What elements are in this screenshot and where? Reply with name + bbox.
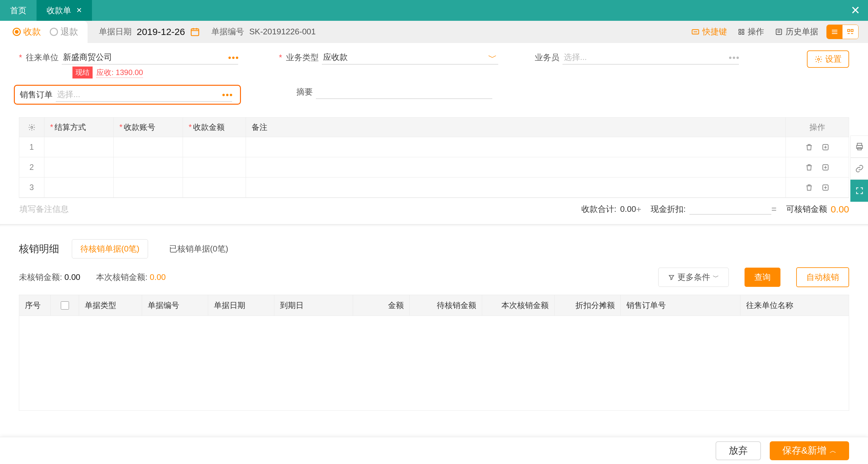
side-link-button[interactable]	[850, 157, 868, 180]
vcol-disc: 折扣分摊额	[555, 295, 621, 316]
cell-method[interactable]	[44, 177, 114, 197]
verify-grid-header: 序号 单据类型 单据编号 单据日期 到期日 金额 待核销金额 本次核销金额 折扣…	[19, 295, 849, 316]
grid-row[interactable]: 1	[19, 137, 849, 157]
vcol-checkbox[interactable]	[51, 295, 79, 316]
discount-input[interactable]	[689, 204, 771, 215]
cell-remark[interactable]	[246, 137, 786, 157]
col-settings[interactable]	[19, 118, 44, 137]
bill-remark-input[interactable]	[19, 204, 208, 214]
cell-remark[interactable]	[246, 177, 786, 197]
link-operations[interactable]: 操作	[738, 26, 764, 37]
cell-account[interactable]	[114, 177, 183, 197]
col-remark: 备注	[246, 118, 786, 137]
cell-amount[interactable]	[183, 137, 246, 157]
row-index: 1	[19, 137, 44, 157]
svg-rect-7	[847, 29, 850, 31]
writeoff-value: 0.00	[831, 204, 849, 215]
view-mode-list[interactable]	[827, 25, 842, 39]
tab-receipt[interactable]: 收款单 ✕	[36, 0, 92, 21]
vcol-this-amt: 本次核销金额	[482, 295, 555, 316]
radio-receive[interactable]: 收款	[12, 26, 41, 38]
verify-tab-pending[interactable]: 待核销单据(0笔)	[72, 239, 148, 259]
settings-button[interactable]: 设置	[807, 51, 849, 68]
col-account: *收款账号	[114, 118, 183, 137]
gear-icon	[814, 55, 823, 63]
sales-order-input[interactable]	[56, 88, 232, 102]
close-icon[interactable]: ✕	[76, 7, 82, 14]
svg-point-10	[31, 126, 33, 128]
link-shortcut[interactable]: 快捷键	[691, 26, 727, 37]
delete-row-icon[interactable]	[805, 143, 813, 151]
receivable-link[interactable]: 应收: 1390.00	[96, 67, 143, 78]
footer-bar: 放弃 保存&新增 ︿	[0, 437, 868, 464]
add-row-icon[interactable]	[822, 163, 830, 172]
window-close-button[interactable]: ✕	[843, 0, 868, 21]
svg-point-9	[817, 58, 820, 60]
view-mode-grid[interactable]	[842, 25, 858, 39]
expand-icon	[855, 186, 864, 195]
receipt-type-radio-group: 收款 退款	[0, 21, 88, 43]
settings-button-label: 设置	[825, 54, 841, 65]
auto-writeoff-button[interactable]: 自动核销	[796, 267, 849, 287]
more-icon[interactable]: •••	[222, 90, 235, 100]
tab-home[interactable]: 首页	[0, 0, 36, 21]
add-row-icon[interactable]	[822, 183, 830, 192]
verify-subheader: 未核销金额: 0.00 本次核销金额: 0.00 更多条件 ﹀ 查询 自动核销	[19, 267, 849, 287]
delete-row-icon[interactable]	[805, 183, 813, 192]
doc-date-value[interactable]: 2019-12-26	[137, 27, 185, 37]
partner-input[interactable]	[62, 51, 238, 65]
sum-value: 0.00	[620, 204, 636, 214]
save-new-button[interactable]: 保存&新增 ︿	[770, 441, 849, 460]
field-partner: * 往来单位 •••	[19, 51, 241, 65]
side-print-button[interactable]	[850, 136, 868, 157]
more-filters-button[interactable]: 更多条件 ﹀	[658, 268, 729, 287]
filter-icon	[668, 274, 675, 281]
more-filters-label: 更多条件	[678, 272, 710, 283]
more-icon[interactable]: •••	[729, 53, 742, 63]
salesman-label: 业务员	[535, 52, 559, 63]
cell-method[interactable]	[44, 137, 114, 157]
svg-rect-4	[739, 32, 741, 34]
salesman-input[interactable]	[562, 51, 739, 65]
cell-amount[interactable]	[183, 157, 246, 177]
grid-row[interactable]: 2	[19, 157, 849, 177]
side-expand-button[interactable]	[850, 180, 868, 202]
calendar-icon[interactable]	[190, 27, 200, 37]
radio-refund[interactable]: 退款	[50, 26, 78, 38]
query-button-label: 查询	[754, 272, 771, 283]
delete-row-icon[interactable]	[805, 163, 813, 172]
gear-icon	[28, 123, 36, 131]
vcol-seq: 序号	[19, 295, 51, 316]
receivable-value: 1390.00	[116, 68, 143, 77]
grid-row[interactable]: 3	[19, 177, 849, 198]
col-ops: 操作	[786, 118, 849, 137]
cell-account[interactable]	[114, 157, 183, 177]
link-operations-label: 操作	[748, 26, 764, 37]
svg-rect-3	[742, 29, 744, 31]
verify-tab-done[interactable]: 已核销单据(0笔)	[161, 239, 237, 259]
section-divider	[0, 224, 868, 230]
cell-amount[interactable]	[183, 177, 246, 197]
more-icon[interactable]: •••	[228, 53, 241, 63]
add-row-icon[interactable]	[822, 143, 830, 151]
link-history-label: 历史单据	[785, 26, 818, 37]
partner-status-row: 现结 应收: 1390.00	[72, 66, 241, 79]
verify-grid-body	[19, 316, 849, 410]
radio-refund-label: 退款	[60, 26, 78, 38]
cell-method[interactable]	[44, 157, 114, 177]
link-history[interactable]: 历史单据	[775, 26, 818, 37]
grid-header: *结算方式 *收款账号 *收款金额 备注 操作	[19, 118, 849, 137]
form-area: * 往来单位 ••• 现结 应收: 1390.00 * 业务类型 ﹀ 业务员	[0, 43, 868, 117]
field-summary: 摘要	[297, 85, 492, 99]
radio-receive-label: 收款	[23, 26, 41, 38]
chevron-down-icon[interactable]: ﹀	[488, 52, 497, 64]
tag-settle-now: 现结	[72, 66, 93, 79]
query-button[interactable]: 查询	[745, 268, 780, 287]
discard-button[interactable]: 放弃	[716, 441, 761, 460]
cell-remark[interactable]	[246, 157, 786, 177]
cell-account[interactable]	[114, 137, 183, 157]
biz-type-select[interactable]	[322, 51, 498, 65]
unwriteoff-label: 未核销金额:	[19, 272, 62, 282]
summary-input[interactable]	[316, 85, 492, 99]
col-amount: *收款金额	[183, 118, 246, 137]
